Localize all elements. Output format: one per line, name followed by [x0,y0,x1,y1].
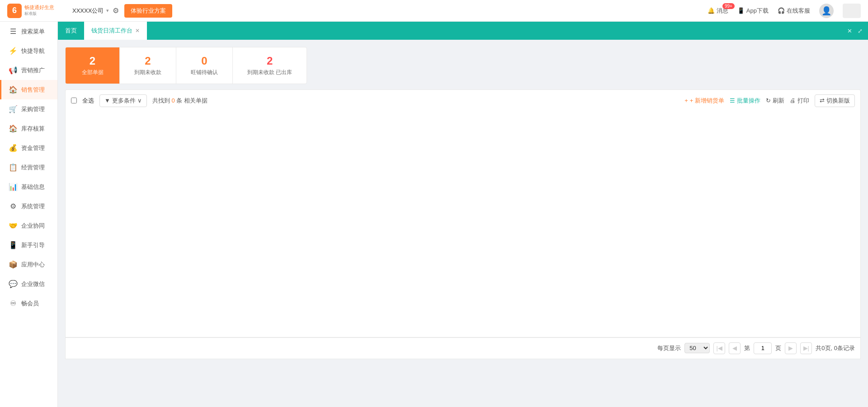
main-content: 2 全部单据 2 到期未收款 0 旺铺待确认 2 到期未收款 已出库 全选 ▼ … [58,40,868,407]
app-download-label: App下载 [746,7,769,15]
stats-row: 2 全部单据 2 到期未收款 0 旺铺待确认 2 到期未收款 已出库 [65,47,307,84]
sidebar-item-guide[interactable]: 📱 新手引导 [0,235,57,255]
toolbar: 全选 ▼ 更多条件 ∨ 共找到 0 条 相关单据 + + 新增销货单 ☰ 批量操… [65,89,861,112]
sidebar-item-label: 畅会员 [21,299,39,308]
stat-overdue-num: 2 [134,55,161,68]
sidebar: ☰ 搜索菜单 ⚡ 快捷导航 📢 营销推广 🏠 销售管理 🛒 采购管理 🏠 库存核… [0,22,58,407]
search-menu-icon: ☰ [9,27,18,36]
sidebar-item-label: 企业微信 [21,280,45,288]
stat-all[interactable]: 2 全部单据 [66,47,120,84]
sidebar-item-member[interactable]: ♾ 畅会员 [0,294,57,313]
last-page-button[interactable]: ▶| [800,342,812,354]
user-name-area [843,4,861,18]
per-page-select[interactable]: 50 100 200 [684,343,710,353]
member-icon: ♾ [9,299,18,308]
sidebar-item-finance[interactable]: 💰 资金管理 [0,138,57,158]
sidebar-item-label: 搜索菜单 [21,28,45,36]
sidebar-item-marketing[interactable]: 📢 营销推广 [0,61,57,80]
basic-info-icon: 📊 [9,182,18,191]
header-right: 🔔 消息 99+ 📱 App下载 🎧 在线客服 👤 [708,4,861,18]
marketing-icon: 📢 [9,66,18,75]
sidebar-item-label: 应用中心 [21,261,45,269]
sidebar-item-system[interactable]: ⚙ 系统管理 [0,196,57,216]
filter-icon: ▼ [104,97,110,104]
expand-icon[interactable]: ⤢ [858,28,863,34]
collab-icon: 🤝 [9,221,18,230]
app-download-button[interactable]: 📱 App下载 [737,7,769,15]
system-icon: ⚙ [9,202,18,211]
stat-pending-num: 0 [191,55,218,68]
switch-version-button[interactable]: ⇄ 切换新版 [815,94,855,107]
gear-icon[interactable]: ⚙ [113,6,119,15]
prev-page-button[interactable]: ◀ [729,342,741,354]
sidebar-item-inventory[interactable]: 🏠 库存核算 [0,119,57,138]
sidebar-item-label: 系统管理 [21,202,45,211]
sidebar-item-collab[interactable]: 🤝 企业协同 [0,216,57,235]
sidebar-item-app-center[interactable]: 📦 应用中心 [0,255,57,274]
select-all-checkbox[interactable] [71,98,77,103]
logo-badge: 标准版 [24,11,54,17]
sidebar-item-label: 企业协同 [21,222,45,230]
guide-icon: 📱 [9,241,18,249]
sidebar-item-label: 资金管理 [21,144,45,152]
stat-shipped-num: 2 [247,55,292,68]
pagination: 每页显示 50 100 200 |◀ ◀ 第 页 ▶ ▶| 共0页, 0条记录 [65,337,861,359]
minimize-icon[interactable]: ✕ [847,28,852,34]
nav-tabs: 首页 钱货日清工作台 ✕ ✕ ⤢ [58,22,868,40]
online-service-button[interactable]: 🎧 在线客服 [778,7,810,15]
total-info: 共0页, 0条记录 [816,344,855,352]
stat-pending[interactable]: 0 旺铺待确认 [176,47,233,84]
add-icon: + [684,97,688,104]
online-service-label: 在线客服 [787,7,810,15]
print-button[interactable]: 🖨 打印 [790,97,809,105]
sidebar-item-nav[interactable]: ⚡ 快捷导航 [0,41,57,61]
company-selector[interactable]: XXXXX公司 ▾ [72,7,109,15]
found-count: 0 [172,97,175,104]
next-page-button[interactable]: ▶ [785,342,797,354]
chevron-filter-icon: ∨ [137,97,142,104]
stat-pending-label: 旺铺待确认 [191,69,218,76]
logo-icon: 6 [7,4,22,18]
sidebar-item-label: 采购管理 [21,105,45,113]
batch-operation-button[interactable]: ☰ 批量操作 [730,97,760,105]
chevron-down-icon: ▾ [106,8,109,14]
sidebar-item-search[interactable]: ☰ 搜索菜单 [0,22,57,41]
avatar[interactable]: 👤 [819,4,834,18]
sidebar-item-label: 快捷导航 [21,47,45,55]
page-label-prefix: 第 [744,344,750,352]
sidebar-item-sales[interactable]: 🏠 销售管理 [0,80,57,99]
finance-icon: 💰 [9,144,18,152]
purchase-icon: 🛒 [9,105,18,113]
stat-overdue[interactable]: 2 到期未收款 [120,47,176,84]
sidebar-item-purchase[interactable]: 🛒 采购管理 [0,99,57,119]
sidebar-item-label: 新手引导 [21,241,45,249]
trial-button[interactable]: 体验行业方案 [124,4,172,18]
message-button[interactable]: 🔔 消息 99+ [708,7,728,15]
sidebar-item-label: 库存核算 [21,125,45,133]
tab-workbench-label: 钱货日清工作台 [91,27,132,35]
stat-shipped[interactable]: 2 到期未收款 已出库 [233,47,307,84]
add-sale-button[interactable]: + + 新增销货单 [684,97,724,105]
sidebar-item-label: 基础信息 [21,183,45,191]
switch-icon: ⇄ [820,97,825,104]
bell-icon: 🔔 [708,7,715,14]
sidebar-item-label: 营销推广 [21,66,45,75]
refresh-icon: ↻ [766,97,771,104]
refresh-button[interactable]: ↻ 刷新 [766,97,784,105]
logo-area: 6 畅捷通好生意 标准版 [7,4,65,18]
headset-icon: 🎧 [778,7,785,14]
first-page-button[interactable]: |◀ [713,342,725,354]
toolbar-right: + + 新增销货单 ☰ 批量操作 ↻ 刷新 🖨 打印 ⇄ 切换新版 [684,94,855,107]
page-number-input[interactable] [754,342,772,354]
tab-workbench[interactable]: 钱货日清工作台 ✕ [84,22,147,40]
top-header: 6 畅捷通好生意 标准版 XXXXX公司 ▾ ⚙ 体验行业方案 🔔 消息 99+… [0,0,868,22]
sidebar-item-basic-info[interactable]: 📊 基础信息 [0,177,57,196]
sidebar-item-weixin[interactable]: 💬 企业微信 [0,274,57,294]
tab-home[interactable]: 首页 [58,22,84,40]
close-tab-icon[interactable]: ✕ [135,28,140,34]
stat-shipped-label: 到期未收款 已出库 [247,69,292,76]
sales-icon: 🏠 [9,85,18,94]
app-center-icon: 📦 [9,260,18,269]
sidebar-item-operation[interactable]: 📋 经营管理 [0,158,57,177]
filter-button[interactable]: ▼ 更多条件 ∨ [99,94,147,107]
